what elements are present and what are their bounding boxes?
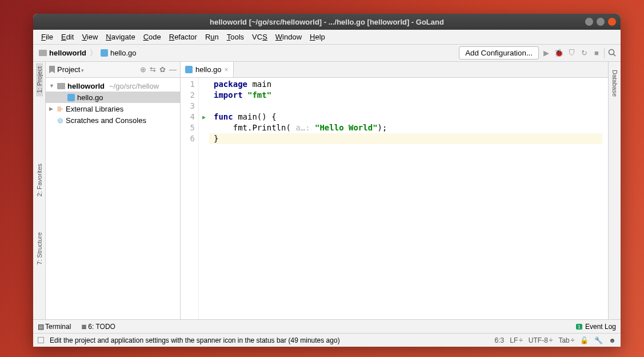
chevron-right-icon: 〉: [90, 48, 97, 58]
tool-structure[interactable]: 7: Structure: [36, 229, 43, 268]
collapse-icon[interactable]: ⇆: [150, 65, 156, 74]
status-checkbox[interactable]: [38, 337, 44, 343]
editor-tabs: hello.go ×: [181, 62, 608, 78]
editor-area: hello.go × 123456 ▶ package mainimport "…: [181, 62, 608, 319]
tool-favorites[interactable]: 2: Favorites: [36, 160, 43, 200]
breadcrumb-project: helloworld: [49, 49, 86, 57]
indent[interactable]: Tab ÷: [558, 336, 574, 344]
cursor-position[interactable]: 6:3: [495, 336, 505, 344]
project-panel: Project ⊕ ⇆ ✿ — ▼ helloworld ~/go/src/he…: [46, 62, 181, 319]
project-icon: [49, 66, 55, 73]
event-log[interactable]: 1Event Log: [576, 323, 616, 331]
tree-external-libs[interactable]: ▶ ⊪ External Libraries: [46, 103, 180, 114]
run-icon[interactable]: ▶: [541, 48, 551, 58]
code-editor[interactable]: 123456 ▶ package mainimport "fmt"func ma…: [181, 78, 608, 319]
run-gutter-icon[interactable]: ▶: [199, 112, 209, 122]
tool-database[interactable]: Database: [611, 66, 618, 100]
tree-scratches[interactable]: ⊚ Scratches and Consoles: [46, 114, 180, 126]
current-line-highlight: [209, 133, 602, 144]
scratches-icon: ⊚: [57, 116, 63, 125]
profile-icon[interactable]: ↻: [579, 48, 589, 58]
navbar: helloworld 〉 hello.go Add Configuration.…: [33, 45, 621, 62]
project-view-selector[interactable]: Project: [57, 65, 84, 74]
folder-icon: [57, 83, 65, 89]
tree-root[interactable]: ▼ helloworld ~/go/src/hellow: [46, 80, 180, 92]
menu-refactor[interactable]: Refactor: [166, 31, 201, 42]
line-separator[interactable]: LF ÷: [510, 336, 523, 344]
menu-vcs[interactable]: VCS: [249, 31, 271, 42]
go-file-icon: [67, 94, 75, 101]
chevron-down-icon: ▼: [49, 83, 55, 89]
encoding[interactable]: UTF-8 ÷: [529, 336, 553, 344]
close-button[interactable]: [608, 18, 616, 26]
titlebar[interactable]: helloworld [~/go/src/helloworld] - .../h…: [33, 14, 621, 30]
coverage-icon[interactable]: ⛉: [566, 48, 577, 58]
menu-navigate[interactable]: Navigate: [102, 31, 138, 42]
menu-view[interactable]: View: [78, 31, 101, 42]
window-title: helloworld [~/go/src/helloworld] - .../h…: [210, 18, 444, 26]
go-file-icon: [101, 49, 108, 57]
bottom-tool-tabs: ▤ Terminal ≣ 6: TODO 1Event Log: [33, 319, 621, 333]
chevron-right-icon: ▶: [49, 106, 55, 112]
line-gutter: 123456: [181, 78, 199, 319]
status-tip: Edit the project and application setting…: [50, 336, 340, 344]
menubar: File Edit View Navigate Code Refactor Ru…: [33, 30, 621, 45]
stop-icon[interactable]: ■: [591, 48, 602, 58]
gutter-icons: ▶: [199, 78, 209, 319]
menu-help[interactable]: Help: [306, 31, 329, 42]
gear-icon[interactable]: ✿: [159, 65, 166, 74]
menu-file[interactable]: File: [38, 31, 57, 42]
event-badge: 1: [576, 324, 582, 330]
locate-icon[interactable]: ⊕: [140, 65, 146, 74]
left-tool-strip: 1: Project 2: Favorites 7: Structure: [33, 62, 46, 319]
tab-label: hello.go: [195, 65, 222, 74]
menu-tools[interactable]: Tools: [223, 31, 247, 42]
breadcrumb[interactable]: helloworld 〉 hello.go: [37, 48, 139, 58]
statusbar: Edit the project and application setting…: [33, 333, 621, 347]
minimize-button[interactable]: [585, 18, 593, 26]
tool-project[interactable]: 1: Project: [36, 63, 43, 96]
menu-edit[interactable]: Edit: [58, 31, 77, 42]
project-panel-header: Project ⊕ ⇆ ✿ —: [46, 62, 180, 78]
tab-hello[interactable]: hello.go ×: [181, 62, 234, 77]
library-icon: ⊪: [57, 105, 63, 113]
right-tool-strip: Database: [608, 62, 621, 319]
svg-point-0: [609, 50, 614, 55]
search-icon[interactable]: [607, 48, 617, 58]
svg-line-1: [613, 54, 615, 57]
menu-window[interactable]: Window: [272, 31, 305, 42]
tool-terminal[interactable]: ▤ Terminal: [38, 323, 71, 331]
ide-window: helloworld [~/go/src/helloworld] - .../h…: [33, 14, 621, 347]
tree-file-hello[interactable]: hello.go: [46, 92, 180, 103]
lock-icon[interactable]: 🔓: [580, 336, 589, 344]
tool-todo[interactable]: ≣ 6: TODO: [81, 323, 115, 331]
close-tab-icon[interactable]: ×: [225, 66, 229, 74]
folder-icon: [39, 50, 47, 56]
face-icon[interactable]: ☻: [609, 336, 616, 344]
maximize-button[interactable]: [597, 18, 605, 26]
go-file-icon: [185, 66, 193, 73]
debug-icon[interactable]: 🐞: [554, 48, 564, 58]
hide-icon[interactable]: —: [169, 65, 177, 74]
add-configuration-button[interactable]: Add Configuration...: [459, 46, 539, 60]
wrench-icon[interactable]: 🔧: [594, 336, 603, 344]
menu-code[interactable]: Code: [140, 31, 165, 42]
project-tree: ▼ helloworld ~/go/src/hellow hello.go ▶ …: [46, 78, 180, 128]
breadcrumb-file: hello.go: [110, 49, 137, 57]
menu-run[interactable]: Run: [202, 31, 222, 42]
